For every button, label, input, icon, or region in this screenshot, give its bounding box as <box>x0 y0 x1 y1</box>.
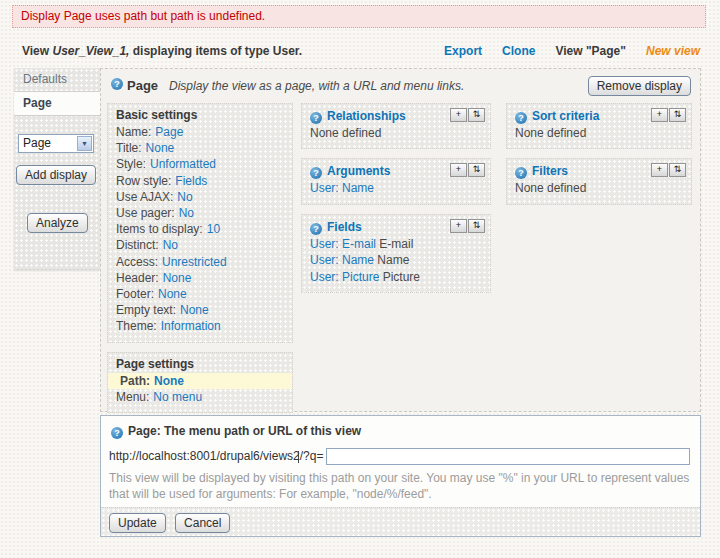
field-link-name[interactable]: User: Name <box>310 253 374 267</box>
analyze-button[interactable]: Analyze <box>27 213 88 233</box>
field-link-email[interactable]: User: E-mail <box>310 237 376 251</box>
help-icon[interactable]: ? <box>310 112 322 124</box>
cancel-button[interactable]: Cancel <box>175 513 230 533</box>
basic-settings-box: Basic settings Name:Page Title:None Styl… <box>107 103 293 343</box>
help-icon[interactable]: ? <box>111 78 123 90</box>
page-settings-box: Page settings Path:None Menu:No menu <box>107 352 293 413</box>
view-page-link[interactable]: View "Page" <box>555 44 626 58</box>
relationships-empty: None defined <box>310 125 482 141</box>
setting-row-path: Path:None <box>108 373 292 389</box>
field-link-picture[interactable]: User: Picture <box>310 270 379 284</box>
setting-row-access: Access:Unrestricted <box>116 254 284 270</box>
setting-value-access[interactable]: Unrestricted <box>162 255 227 269</box>
path-help-text: This view will be displayed by visiting … <box>109 471 693 502</box>
display-description: Display the view as a page, with a URL a… <box>169 79 464 93</box>
fields-section: +⇅ ?Fields User: E-mail E-mail User: Nam… <box>301 214 491 293</box>
middle-column: +⇅ ?Relationships None defined +⇅ ?Argum… <box>301 103 491 302</box>
display-settings-panel: ? Page Display the view as a page, with … <box>100 68 701 412</box>
add-icon[interactable]: + <box>450 163 467 177</box>
relationships-title[interactable]: Relationships <box>327 109 406 123</box>
field-item: User: Picture Picture <box>310 269 482 285</box>
view-title-suffix: displaying items of type User. <box>133 44 302 58</box>
setting-row-use-ajax: Use AJAX:No <box>116 189 284 205</box>
rearrange-icon[interactable]: ⇅ <box>468 163 485 177</box>
rearrange-icon[interactable]: ⇅ <box>669 108 686 122</box>
field-item: User: E-mail E-mail <box>310 236 482 252</box>
fields-title[interactable]: Fields <box>327 220 362 234</box>
setting-value-row-style[interactable]: Fields <box>175 174 207 188</box>
help-icon[interactable]: ? <box>310 167 322 179</box>
page-settings-heading: Page settings <box>116 357 284 371</box>
rearrange-icon[interactable]: ⇅ <box>468 219 485 233</box>
setting-row-menu: Menu:No menu <box>116 389 284 405</box>
add-icon[interactable]: + <box>450 108 467 122</box>
setting-row-title: Title:None <box>116 140 284 156</box>
display-panel-header: ? Page Display the view as a page, with … <box>101 69 700 99</box>
arguments-title[interactable]: Arguments <box>327 164 390 178</box>
url-prefix: http://localhost:8001/drupal6/views2/?q= <box>109 449 323 463</box>
setting-value-use-pager[interactable]: No <box>179 206 194 220</box>
help-icon[interactable]: ? <box>515 167 527 179</box>
chevron-down-icon[interactable]: ▼ <box>77 136 92 151</box>
setting-value-menu[interactable]: No menu <box>153 390 202 404</box>
text-caret <box>298 451 299 463</box>
setting-row-distinct: Distinct:No <box>116 237 284 253</box>
setting-value-title[interactable]: None <box>146 141 175 155</box>
path-url-row: http://localhost:8001/drupal6/views2/?q= <box>109 448 700 465</box>
setting-row-use-pager: Use pager:No <box>116 205 284 221</box>
setting-value-header[interactable]: None <box>163 271 192 285</box>
setting-value-use-ajax[interactable]: No <box>177 190 192 204</box>
view-title-prefix: View <box>22 44 49 58</box>
error-message: Display Page uses path but path is undef… <box>12 5 706 28</box>
export-link[interactable]: Export <box>444 44 482 58</box>
argument-item: User: Name <box>310 180 482 196</box>
path-form-title: ?Page: The menu path or URL of this view <box>111 424 700 439</box>
help-icon[interactable]: ? <box>310 223 322 235</box>
tab-defaults[interactable]: Defaults <box>14 68 100 92</box>
setting-value-style[interactable]: Unformatted <box>150 157 216 171</box>
display-title: Page <box>127 78 158 93</box>
clone-link[interactable]: Clone <box>502 44 535 58</box>
add-icon[interactable]: + <box>651 163 668 177</box>
rearrange-icon[interactable]: ⇅ <box>669 163 686 177</box>
update-button[interactable]: Update <box>109 513 166 533</box>
rearrange-icon[interactable]: ⇅ <box>468 108 485 122</box>
form-actions: Update Cancel <box>101 507 700 536</box>
help-icon[interactable]: ? <box>111 427 123 439</box>
remove-display-button[interactable]: Remove display <box>588 76 691 96</box>
tab-page[interactable]: Page <box>14 92 100 116</box>
argument-link[interactable]: User: Name <box>310 181 374 195</box>
add-icon[interactable]: + <box>651 108 668 122</box>
help-icon[interactable]: ? <box>515 112 527 124</box>
setting-row-theme: Theme:Information <box>116 318 284 334</box>
filters-title[interactable]: Filters <box>532 164 568 178</box>
add-display-button[interactable]: Add display <box>16 165 96 185</box>
display-type-select[interactable]: Page ▼ <box>18 134 94 153</box>
right-column: +⇅ ?Sort criteria None defined +⇅ ?Filte… <box>506 103 692 214</box>
setting-row-row-style: Row style:Fields <box>116 173 284 189</box>
sort-criteria-empty: None defined <box>515 125 683 141</box>
view-header: View User_View_1, displaying items of ty… <box>12 41 700 61</box>
sort-criteria-title[interactable]: Sort criteria <box>532 109 599 123</box>
basic-settings-heading: Basic settings <box>116 108 284 122</box>
setting-row-header: Header:None <box>116 270 284 286</box>
path-input[interactable] <box>326 448 690 465</box>
setting-value-distinct[interactable]: No <box>163 238 178 252</box>
arguments-ops: +⇅ <box>449 163 485 177</box>
setting-value-path[interactable]: None <box>154 374 184 388</box>
setting-value-items[interactable]: 10 <box>207 222 220 236</box>
filters-section: +⇅ ?Filters None defined <box>506 158 692 204</box>
setting-value-footer[interactable]: None <box>158 287 187 301</box>
new-view-link[interactable]: New view <box>646 44 700 58</box>
setting-value-theme[interactable]: Information <box>161 319 221 333</box>
add-icon[interactable]: + <box>450 219 467 233</box>
view-title: View User_View_1, displaying items of ty… <box>22 44 424 58</box>
filters-ops: +⇅ <box>650 163 686 177</box>
filters-empty: None defined <box>515 180 683 196</box>
setting-value-name[interactable]: Page <box>155 125 183 139</box>
relationships-section: +⇅ ?Relationships None defined <box>301 103 491 149</box>
setting-value-empty-text[interactable]: None <box>180 303 209 317</box>
setting-row-footer: Footer:None <box>116 286 284 302</box>
sort-criteria-section: +⇅ ?Sort criteria None defined <box>506 103 692 149</box>
fields-ops: +⇅ <box>449 219 485 233</box>
